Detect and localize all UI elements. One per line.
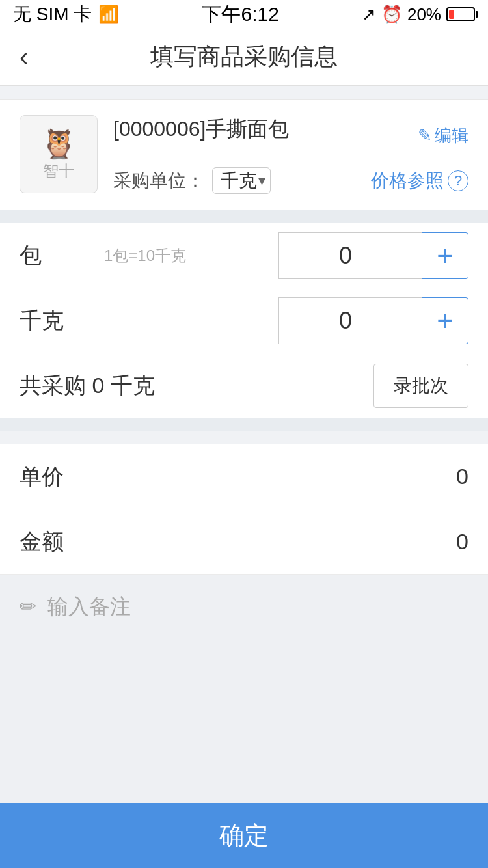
alarm-icon: ⏰ xyxy=(381,5,402,25)
battery-percent: 20% xyxy=(407,5,441,25)
price-ref-label: 价格参照 xyxy=(371,169,444,193)
bag-input-right: + xyxy=(278,232,468,279)
status-left: 无 SIM 卡 📶 xyxy=(13,2,119,27)
kg-input-right: + xyxy=(278,297,468,344)
amount-row: 金额 0 xyxy=(0,509,488,575)
kg-plus-button[interactable]: + xyxy=(422,297,468,344)
confirm-button[interactable]: 确定 xyxy=(0,803,488,868)
unit-label: 采购单位： xyxy=(113,169,204,193)
section-divider-2 xyxy=(0,418,488,431)
amount-value: 0 xyxy=(456,529,468,554)
price-ref-button[interactable]: 价格参照 ? xyxy=(371,169,468,193)
kg-quantity-input[interactable] xyxy=(278,297,422,344)
unit-select[interactable]: 千克 xyxy=(212,167,271,194)
bag-quantity-input[interactable] xyxy=(278,232,422,279)
product-meta: 采购单位： 千克 价格参照 ? xyxy=(113,167,468,194)
status-right: ↗ ⏰ 20% xyxy=(362,5,475,25)
pencil-icon: ✏ xyxy=(20,594,37,619)
bag-sublabel: 1包=10千克 xyxy=(104,245,186,266)
page-title: 填写商品采购信息 xyxy=(150,41,338,73)
wifi-icon: 📶 xyxy=(98,5,119,25)
amount-label: 金额 xyxy=(20,527,64,557)
product-card: 🦉 智十 [0000006]手撕面包 ✎ 编辑 采购单位： 千克 价格参照 ? xyxy=(0,99,488,210)
status-bar: 无 SIM 卡 📶 下午6:12 ↗ ⏰ 20% xyxy=(0,0,488,29)
bag-input-row: 包 1包=10千克 + xyxy=(0,223,488,288)
back-button[interactable]: ‹ xyxy=(20,42,28,72)
carrier-label: 无 SIM 卡 xyxy=(13,2,92,27)
input-section: 包 1包=10千克 + 千克 + 共采购 0 千克 录批次 xyxy=(0,223,488,418)
summary-text: 共采购 0 千克 xyxy=(20,371,155,401)
remark-section[interactable]: ✏ 输入备注 xyxy=(0,575,488,679)
unit-select-wrap[interactable]: 千克 xyxy=(212,167,271,194)
time-label: 下午6:12 xyxy=(202,1,278,28)
edit-button[interactable]: ✎ 编辑 xyxy=(418,124,468,147)
kg-input-row: 千克 + xyxy=(0,288,488,353)
section-divider-1 xyxy=(0,210,488,223)
help-icon: ? xyxy=(448,170,468,191)
unit-price-row: 单价 0 xyxy=(0,444,488,509)
nav-bar: ‹ 填写商品采购信息 xyxy=(0,29,488,86)
unit-price-value: 0 xyxy=(456,464,468,489)
bag-label: 包 xyxy=(20,241,98,271)
batch-button[interactable]: 录批次 xyxy=(373,364,468,408)
product-image-label: 智十 xyxy=(43,161,74,182)
product-image: 🦉 智十 xyxy=(20,115,98,193)
kg-label: 千克 xyxy=(20,306,98,336)
summary-row: 共采购 0 千克 录批次 xyxy=(0,353,488,418)
price-section: 单价 0 金额 0 xyxy=(0,444,488,575)
edit-icon: ✎ xyxy=(418,126,432,146)
location-icon: ↗ xyxy=(362,5,376,25)
remark-placeholder: 输入备注 xyxy=(47,593,131,621)
product-info: [0000006]手撕面包 ✎ 编辑 采购单位： 千克 价格参照 ? xyxy=(113,115,468,194)
battery-fill xyxy=(449,10,454,19)
product-top-row: [0000006]手撕面包 ✎ 编辑 xyxy=(113,115,468,156)
bag-plus-button[interactable]: + xyxy=(422,232,468,279)
edit-label: 编辑 xyxy=(435,124,468,147)
product-name: [0000006]手撕面包 xyxy=(113,115,289,144)
unit-price-label: 单价 xyxy=(20,462,64,492)
battery-icon xyxy=(446,7,475,21)
owl-icon: 🦉 xyxy=(41,127,77,161)
unit-row: 采购单位： 千克 xyxy=(113,167,271,194)
